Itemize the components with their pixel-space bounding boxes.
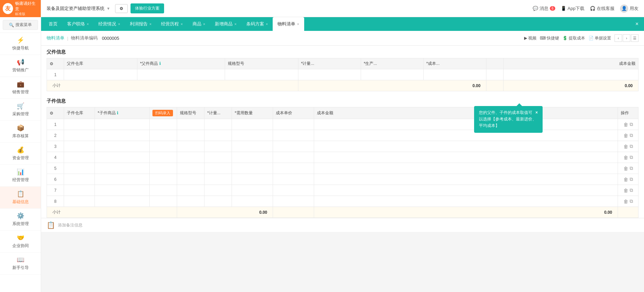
sidebar-item-enterprise[interactable]: 🤝 企业协同 xyxy=(0,231,41,253)
tab-operation-status[interactable]: 经营情况 × xyxy=(94,17,125,31)
parent-row-1-warehouse[interactable] xyxy=(64,69,137,80)
child-row-7-product[interactable] xyxy=(95,185,150,196)
tab-product[interactable]: 商品 × xyxy=(188,17,210,31)
child-row-2-spec[interactable] xyxy=(177,130,205,141)
delete-icon-row7[interactable]: 🗑 xyxy=(623,188,628,193)
child-row-6-warehouse[interactable] xyxy=(64,174,95,185)
menu-btn[interactable]: ☰ xyxy=(631,34,639,42)
tab-home[interactable]: 首页 xyxy=(44,17,62,31)
tab-close-bom[interactable]: × xyxy=(297,22,299,26)
tab-close-operation[interactable]: × xyxy=(118,22,120,26)
parent-row-1-spec[interactable] xyxy=(225,69,298,80)
child-row-7-spec[interactable] xyxy=(177,185,205,196)
child-row-2-unit[interactable] xyxy=(205,130,232,141)
tab-close-history[interactable]: × xyxy=(181,22,183,26)
child-row-7-unit-cost[interactable] xyxy=(273,185,314,196)
tab-history[interactable]: 经营历程 × xyxy=(156,17,187,31)
delete-icon-row5[interactable]: 🗑 xyxy=(623,166,628,171)
action-settings[interactable]: 📄 单据设置 xyxy=(589,35,611,41)
message-btn[interactable]: 💬 消息 6 xyxy=(533,5,555,12)
child-row-4-qty[interactable] xyxy=(232,152,273,163)
sidebar-item-basic-info[interactable]: 📋 基础信息 xyxy=(0,187,41,209)
sidebar-item-purchase[interactable]: 🛒 采购管理 xyxy=(0,99,41,121)
copy-icon-row4[interactable]: ⧉ xyxy=(630,154,633,160)
child-row-3-warehouse[interactable] xyxy=(64,141,95,152)
copy-icon-row7[interactable]: ⧉ xyxy=(630,187,633,193)
delete-icon-row3[interactable]: 🗑 xyxy=(623,144,628,149)
online-service-btn[interactable]: 🎧 在线客服 xyxy=(590,5,615,12)
tab-bom[interactable]: 物料清单 × xyxy=(273,17,304,31)
child-row-3-spec[interactable] xyxy=(177,141,205,152)
child-row-2-warehouse[interactable] xyxy=(64,130,95,141)
child-row-6-unit[interactable] xyxy=(205,174,232,185)
child-row-4-unit[interactable] xyxy=(205,152,232,163)
child-row-3-qty[interactable] xyxy=(232,141,273,152)
child-row-2-unit-cost[interactable] xyxy=(273,130,314,141)
tab-new-product[interactable]: 新增商品 × xyxy=(210,17,241,31)
child-row-8-spec[interactable] xyxy=(177,196,205,207)
sidebar-item-marketing[interactable]: 📢 营销推广 xyxy=(0,55,41,77)
breadcrumb-home[interactable]: 物料清单 xyxy=(47,35,64,41)
child-row-1-qty[interactable] xyxy=(232,119,273,130)
child-row-4-product[interactable] xyxy=(95,152,150,163)
child-row-1-product[interactable] xyxy=(95,119,150,130)
sidebar-item-guide[interactable]: 📖 新手引导 xyxy=(0,253,41,275)
tab-barcode[interactable]: 条码方案 × xyxy=(242,17,273,31)
child-row-6-unit-cost[interactable] xyxy=(273,174,314,185)
scan-input-btn[interactable]: 扫码录入 xyxy=(152,110,173,116)
child-row-5-unit[interactable] xyxy=(205,163,232,174)
child-row-5-unit-cost[interactable] xyxy=(273,163,314,174)
child-row-5-product[interactable] xyxy=(95,163,150,174)
child-row-7-qty[interactable] xyxy=(232,185,273,196)
sidebar-item-finance[interactable]: 💰 资金管理 xyxy=(0,143,41,165)
delete-icon-row6[interactable]: 🗑 xyxy=(623,177,628,182)
delete-icon-row2[interactable]: 🗑 xyxy=(623,133,628,138)
child-row-1-warehouse[interactable] xyxy=(64,119,95,130)
child-row-8-product[interactable] xyxy=(95,196,150,207)
child-row-6-qty[interactable] xyxy=(232,174,273,185)
child-row-1-unit-cost[interactable] xyxy=(273,119,314,130)
settings-btn[interactable]: ⚙ xyxy=(115,4,128,13)
experience-btn[interactable]: 体验行业方案 xyxy=(131,3,164,13)
child-row-8-unit-cost[interactable] xyxy=(273,196,314,207)
child-row-6-spec[interactable] xyxy=(177,174,205,185)
copy-icon-row2[interactable]: ⧉ xyxy=(630,132,633,138)
copy-icon-row5[interactable]: ⧉ xyxy=(630,165,633,171)
parent-row-1-production[interactable] xyxy=(361,69,423,80)
tab-close-customer[interactable]: × xyxy=(87,22,89,26)
child-row-1-spec[interactable] xyxy=(177,119,205,130)
parent-row-1-unit[interactable] xyxy=(298,69,361,80)
delete-icon-row4[interactable]: 🗑 xyxy=(623,155,628,160)
child-row-4-warehouse[interactable] xyxy=(64,152,95,163)
sidebar-item-inventory[interactable]: 📦 库存核算 xyxy=(0,121,41,143)
child-row-3-product[interactable] xyxy=(95,141,150,152)
child-row-6-product[interactable] xyxy=(95,174,150,185)
child-row-7-unit[interactable] xyxy=(205,185,232,196)
action-shortcut[interactable]: ⌨ 快捷键 xyxy=(540,35,559,41)
tab-close-profit[interactable]: × xyxy=(149,22,151,26)
child-row-5-qty[interactable] xyxy=(232,163,273,174)
tab-close-new-product[interactable]: × xyxy=(234,22,236,26)
child-row-3-unit-cost[interactable] xyxy=(273,141,314,152)
tab-close-product[interactable]: × xyxy=(203,22,205,26)
sidebar-item-system[interactable]: ⚙️ 系统管理 xyxy=(0,209,41,231)
copy-icon-row6[interactable]: ⧉ xyxy=(630,176,633,182)
app-download-btn[interactable]: 📱 App下载 xyxy=(561,5,584,12)
child-row-8-warehouse[interactable] xyxy=(64,196,95,207)
child-row-2-product[interactable] xyxy=(95,130,150,141)
child-row-7-warehouse[interactable] xyxy=(64,185,95,196)
prev-btn[interactable]: ‹ xyxy=(615,34,622,42)
copy-icon-row8[interactable]: ⧉ xyxy=(630,198,633,204)
child-row-2-qty[interactable] xyxy=(232,130,273,141)
tab-close-barcode[interactable]: × xyxy=(266,22,268,26)
parent-row-1-cost[interactable] xyxy=(423,69,486,80)
child-row-8-qty[interactable] xyxy=(232,196,273,207)
delete-icon-row8[interactable]: 🗑 xyxy=(623,199,628,204)
child-row-8-unit[interactable] xyxy=(205,196,232,207)
child-row-5-spec[interactable] xyxy=(177,163,205,174)
child-row-4-spec[interactable] xyxy=(177,152,205,163)
child-row-4-unit-cost[interactable] xyxy=(273,152,314,163)
search-menu-button[interactable]: 🔍 搜索菜单 xyxy=(3,20,38,30)
child-row-5-warehouse[interactable] xyxy=(64,163,95,174)
sidebar-item-quick-nav[interactable]: ⚡ 快捷导航 xyxy=(0,33,41,55)
